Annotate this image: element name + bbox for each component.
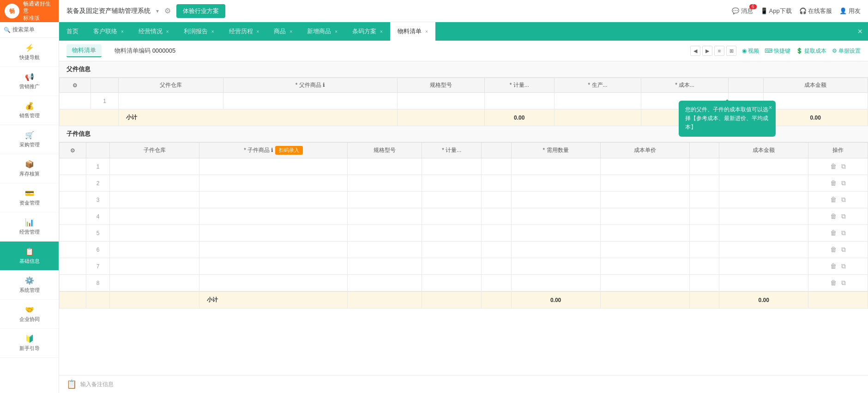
child-row8-unit[interactable] [422,275,482,291]
close-tab-goods[interactable]: × [289,29,292,34]
child-row5-unit[interactable] [422,225,482,242]
copy-row8-btn[interactable]: ⧉ [841,279,846,286]
cost-action[interactable]: 💲 提取成本 [796,47,826,55]
child-row4-amount[interactable] [719,208,808,225]
close-tab-bom[interactable]: × [425,29,428,34]
child-row8-product[interactable] [199,275,348,291]
search-menu[interactable]: 🔍 搜索菜单 [0,22,59,38]
sidebar-item-cooperation[interactable]: 🤝 企业协同 [0,300,59,329]
online-service-item[interactable]: 🎧 在线客服 [799,7,832,15]
child-row7-spec[interactable] [348,258,422,275]
delete-row5-btn[interactable]: 🗑 [830,229,837,236]
child-row1-unit[interactable] [422,158,482,175]
child-row5-spec[interactable] [348,225,422,242]
child-row6-amount[interactable] [719,242,808,258]
child-row1-product[interactable] [199,158,348,175]
child-row4-warehouse[interactable] [110,208,199,225]
copy-row7-btn[interactable]: ⧉ [841,262,846,270]
message-item[interactable]: 💬 6 消息 [732,7,753,15]
child-row7-unit[interactable] [422,258,482,275]
sidebar-item-finance[interactable]: 💳 资金管理 [0,183,59,212]
sidebar-item-basic-info[interactable]: 📋 基础信息 [0,242,59,271]
sidebar-item-operation[interactable]: 📊 经营管理 [0,212,59,242]
delete-row8-btn[interactable]: 🗑 [830,279,837,286]
child-row1-warehouse[interactable] [110,158,199,175]
parent-row1-unit[interactable] [484,93,554,109]
tab-goods[interactable]: 商品 × [266,22,300,41]
trial-button[interactable]: 体验行业方案 [176,4,225,18]
child-row7-amount[interactable] [719,258,808,275]
close-tab-customer[interactable]: × [121,29,124,34]
parent-row1-spec[interactable] [398,93,485,109]
view-action[interactable]: ◉ 视频 [742,47,759,55]
child-row6-spec[interactable] [348,242,422,258]
close-tab-barcode[interactable]: × [380,29,383,34]
sidebar-item-marketing[interactable]: 📢 营销推广 [0,67,59,96]
child-row8-amount[interactable] [719,275,808,291]
child-row2-amount[interactable] [719,175,808,192]
parent-row1-warehouse[interactable] [119,93,223,109]
child-row4-price[interactable] [600,208,689,225]
child-row3-qty[interactable] [511,192,600,208]
app-download-item[interactable]: 📱 App下载 [760,7,792,15]
sidebar-item-quick-nav[interactable]: ⚡ 快捷导航 [0,38,59,67]
doc-settings-action[interactable]: ⚙ 单据设置 [832,47,861,55]
sidebar-item-purchase[interactable]: 🛒 采购管理 [0,125,59,154]
parent-row1-prod[interactable] [554,93,641,109]
child-row6-qty[interactable] [511,242,600,258]
child-row8-qty[interactable] [511,275,600,291]
close-tab-operation[interactable]: × [166,29,169,34]
tab-barcode[interactable]: 条码方案 × [345,22,390,41]
copy-row2-btn[interactable]: ⧉ [841,179,846,187]
child-row2-qty[interactable] [511,175,600,192]
delete-row1-btn[interactable]: 🗑 [830,163,837,170]
child-row1-price[interactable] [600,158,689,175]
delete-row3-btn[interactable]: 🗑 [830,196,837,203]
child-row3-product[interactable] [199,192,348,208]
child-row3-spec[interactable] [348,192,422,208]
copy-row6-btn[interactable]: ⧉ [841,246,846,253]
child-row8-spec[interactable] [348,275,422,291]
footer-text[interactable]: 输入备注信息 [80,381,114,388]
copy-row3-btn[interactable]: ⧉ [841,196,846,203]
child-row2-product[interactable] [199,175,348,192]
close-tab-new-goods[interactable]: × [335,29,338,34]
child-row5-price[interactable] [600,225,689,242]
child-row7-price[interactable] [600,258,689,275]
user-item[interactable]: 👤 用友 [839,7,861,15]
parent-row1-product[interactable] [223,93,397,109]
nav-prev-btn[interactable]: ◀ [690,46,700,56]
child-row4-unit[interactable] [422,208,482,225]
child-row3-unit[interactable] [422,192,482,208]
child-row4-spec[interactable] [348,208,422,225]
child-row1-qty[interactable] [511,158,600,175]
tab-history[interactable]: 经营历程 × [222,22,267,41]
tab-profit[interactable]: 利润报告 × [176,22,222,41]
settings-icon[interactable]: ⚙ [164,6,171,15]
system-dropdown-arrow[interactable]: ▾ [156,8,159,14]
nav-next-btn[interactable]: ▶ [702,46,712,56]
child-row5-amount[interactable] [719,225,808,242]
nav-grid-btn[interactable]: ⊞ [726,46,736,56]
tooltip-close-btn[interactable]: × [769,103,772,112]
child-row7-qty[interactable] [511,258,600,275]
child-row2-unit[interactable] [422,175,482,192]
copy-row5-btn[interactable]: ⧉ [841,229,846,236]
child-row2-warehouse[interactable] [110,175,199,192]
sidebar-item-system[interactable]: ⚙️ 系统管理 [0,271,59,300]
child-row2-price[interactable] [600,175,689,192]
copy-row1-btn[interactable]: ⧉ [841,163,846,170]
close-tab-profit[interactable]: × [211,29,214,34]
parent-th-settings[interactable]: ⚙ [60,78,91,93]
child-row8-price[interactable] [600,275,689,291]
child-row6-unit[interactable] [422,242,482,258]
delete-row6-btn[interactable]: 🗑 [830,246,837,253]
child-row8-warehouse[interactable] [110,275,199,291]
delete-row2-btn[interactable]: 🗑 [830,179,837,187]
tab-operation-status[interactable]: 经营情况 × [131,22,176,41]
sidebar-item-guide[interactable]: 🔰 新手引导 [0,329,59,358]
scan-button[interactable]: 扫码录入 [275,146,303,155]
parent-row1-amount[interactable] [763,93,868,109]
child-row1-amount[interactable] [719,158,808,175]
delete-row4-btn[interactable]: 🗑 [830,212,837,220]
